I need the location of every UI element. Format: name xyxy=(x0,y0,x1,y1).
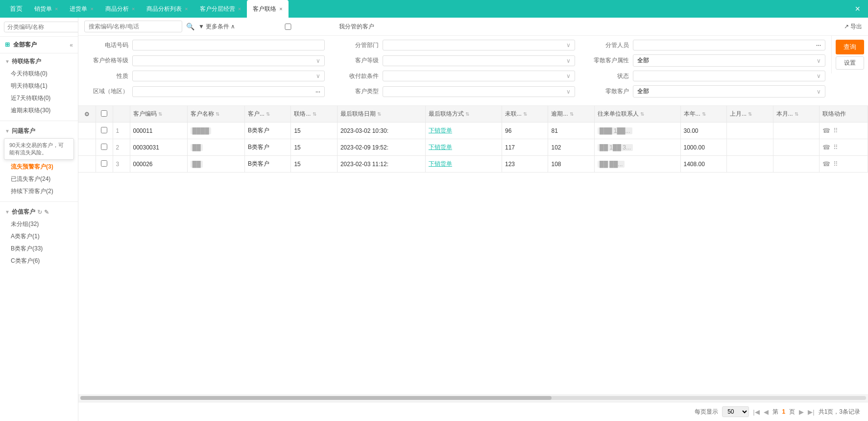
scrollbar-track[interactable] xyxy=(80,396,866,400)
close-icon[interactable]: × xyxy=(185,6,188,12)
sidebar-item-churn-risk[interactable]: 流失预警客户(3) xyxy=(0,161,78,173)
sidebar-item-a-class[interactable]: A类客户(1) xyxy=(0,230,78,243)
sidebar-group-title-churn[interactable]: ▼ 问题客户 xyxy=(0,125,78,137)
more-action-icon[interactable]: ⠿ xyxy=(833,144,838,151)
row-last-way[interactable]: 下销货单 xyxy=(425,156,502,173)
status-select[interactable]: ∨ xyxy=(633,71,825,81)
tab-customer-contact[interactable]: 客户联络 × xyxy=(247,0,288,18)
gear-icon[interactable]: ⚙ xyxy=(84,111,90,118)
unit-contact-column-header[interactable]: 往来单位联系人 ⇅ xyxy=(595,106,681,123)
tab-analysis[interactable]: 商品分析 × xyxy=(99,0,141,18)
retail-attr-select[interactable]: 全部 ∨ xyxy=(633,54,825,67)
horizontal-scrollbar[interactable] xyxy=(78,394,868,402)
contact-column-header[interactable]: 联络... ⇅ xyxy=(291,106,338,123)
export-button[interactable]: ↗ 导出 xyxy=(844,23,862,31)
contact-action-icon[interactable]: ☎ xyxy=(822,144,830,151)
last-contact-date-column-header[interactable]: 最后联络日期 ⇅ xyxy=(337,106,425,123)
last-contact-way-column-header[interactable]: 最后联络方式 ⇅ xyxy=(425,106,502,123)
home-tab[interactable]: 首页 xyxy=(4,4,28,13)
sidebar-item-tomorrow[interactable]: 明天待联络(1) xyxy=(0,80,78,92)
nature-select[interactable]: ∨ xyxy=(132,71,325,81)
chevron-down-icon: ∨ xyxy=(817,57,821,64)
scrollbar-thumb[interactable] xyxy=(80,396,552,400)
contact-action-icon[interactable]: ☎ xyxy=(822,160,830,168)
row-code: 000011 xyxy=(130,123,187,139)
settings-button[interactable]: 设置 xyxy=(836,56,864,70)
contact-way-link[interactable]: 下销货单 xyxy=(429,127,452,134)
manager-select[interactable]: ··· xyxy=(633,40,825,50)
code-column-header[interactable]: 客户编码 ⇅ xyxy=(130,106,187,123)
row-last-way[interactable]: 下销货单 xyxy=(425,123,502,139)
region-select[interactable]: ··· xyxy=(132,86,325,97)
tab-purchase[interactable]: 进货单 × xyxy=(64,0,99,18)
sidebar-group-title-pending[interactable]: ▼ 待联络客户 xyxy=(0,55,78,68)
blurred-unit: ██ ██... xyxy=(598,161,625,168)
phone-input[interactable] xyxy=(132,40,325,50)
this-month-column-header[interactable]: 本月... ⇅ xyxy=(773,106,820,123)
overdue-column-header[interactable]: 逾期... ⇅ xyxy=(548,106,595,123)
row-checkbox-input[interactable] xyxy=(101,160,107,167)
dept-select[interactable]: ∨ xyxy=(383,40,575,50)
row-last-way[interactable]: 下销货单 xyxy=(425,139,502,156)
price-tier-select[interactable]: ∨ xyxy=(132,55,325,66)
sidebar-item-downgrade[interactable]: 持续下滑客户(2) xyxy=(0,185,78,198)
tab-customer-tier[interactable]: 客户分层经营 × xyxy=(194,0,247,18)
contact-way-link[interactable]: 下销货单 xyxy=(429,160,452,167)
my-customers-checkbox-label[interactable]: 我分管的客户 xyxy=(239,23,374,31)
search-input[interactable] xyxy=(84,21,182,32)
sidebar-item-week[interactable]: 近7天待联络(0) xyxy=(0,92,78,104)
close-icon[interactable]: × xyxy=(238,6,241,12)
sidebar-item-overdue[interactable]: 逾期未联络(30) xyxy=(0,104,78,117)
first-page-button[interactable]: |◀ xyxy=(753,408,759,416)
close-icon[interactable]: × xyxy=(279,6,282,12)
this-year-column-header[interactable]: 本年... ⇅ xyxy=(680,106,727,123)
more-action-icon[interactable]: ⠿ xyxy=(833,160,838,168)
gear-column-header[interactable]: ⚙ xyxy=(78,106,96,123)
chevron-down-icon: ∨ xyxy=(566,57,571,64)
more-conditions-button[interactable]: ▼ 更多条件 ∧ xyxy=(198,23,235,31)
row-checkbox[interactable] xyxy=(96,139,113,156)
next-page-button[interactable]: ▶ xyxy=(799,408,804,416)
checkbox-column-header[interactable] xyxy=(96,106,113,123)
tab-analysis-list[interactable]: 商品分析列表 × xyxy=(141,0,193,18)
edit-icon[interactable]: ✎ xyxy=(44,209,49,216)
sidebar-item-b-class[interactable]: B类客户(33) xyxy=(0,243,78,255)
sidebar-search-input[interactable] xyxy=(4,22,78,32)
my-customers-checkbox[interactable] xyxy=(239,24,337,30)
sidebar-item-c-class[interactable]: C类客户(6) xyxy=(0,255,78,267)
row-checkbox[interactable] xyxy=(96,123,113,139)
no-contact-column-header[interactable]: 未联... ⇅ xyxy=(502,106,548,123)
sidebar-item-today[interactable]: 今天待联络(0) xyxy=(0,68,78,80)
row-checkbox[interactable] xyxy=(96,156,113,173)
row-checkbox-input[interactable] xyxy=(101,144,107,150)
prev-page-button[interactable]: ◀ xyxy=(764,408,769,416)
payment-select[interactable]: ∨ xyxy=(383,71,575,81)
more-action-icon[interactable]: ⠿ xyxy=(833,127,838,134)
sidebar-all-customers[interactable]: ⊞ 全部客户 « xyxy=(0,37,78,53)
close-icon[interactable]: × xyxy=(132,6,135,12)
sidebar-group-title-value[interactable]: ▼ 价值客户 ↻ ✎ xyxy=(0,206,78,218)
customer-type-select[interactable]: ∨ xyxy=(383,86,575,97)
last-month-column-header[interactable]: 上月... ⇅ xyxy=(727,106,773,123)
retail-customer-select[interactable]: 全部 ∨ xyxy=(633,85,825,98)
close-icon[interactable]: × xyxy=(90,6,93,12)
tab-sales[interactable]: 销货单 × xyxy=(28,0,64,18)
per-page-select[interactable]: 50 100 200 xyxy=(722,406,749,417)
current-page: 1 xyxy=(782,408,786,415)
query-button[interactable]: 查询 xyxy=(836,40,864,54)
contact-way-link[interactable]: 下销货单 xyxy=(429,144,452,150)
contact-action-icon[interactable]: ☎ xyxy=(822,127,830,134)
page-end-label: 页 xyxy=(789,408,795,416)
last-page-button[interactable]: ▶| xyxy=(808,408,814,416)
type-column-header[interactable]: 客户... ⇅ xyxy=(244,106,291,123)
select-all-checkbox[interactable] xyxy=(101,110,107,117)
search-button[interactable]: 🔍 xyxy=(186,23,194,30)
customer-tier-select[interactable]: ∨ xyxy=(383,55,575,66)
close-icon[interactable]: × xyxy=(55,6,58,12)
row-checkbox-input[interactable] xyxy=(101,127,107,133)
sidebar-item-unsorted[interactable]: 未分组(32) xyxy=(0,218,78,230)
sidebar-item-churned[interactable]: 已流失客户(24) xyxy=(0,173,78,185)
window-close-button[interactable]: × xyxy=(851,4,864,14)
refresh-icon[interactable]: ↻ xyxy=(37,209,42,216)
name-column-header[interactable]: 客户名称 ⇅ xyxy=(187,106,244,123)
